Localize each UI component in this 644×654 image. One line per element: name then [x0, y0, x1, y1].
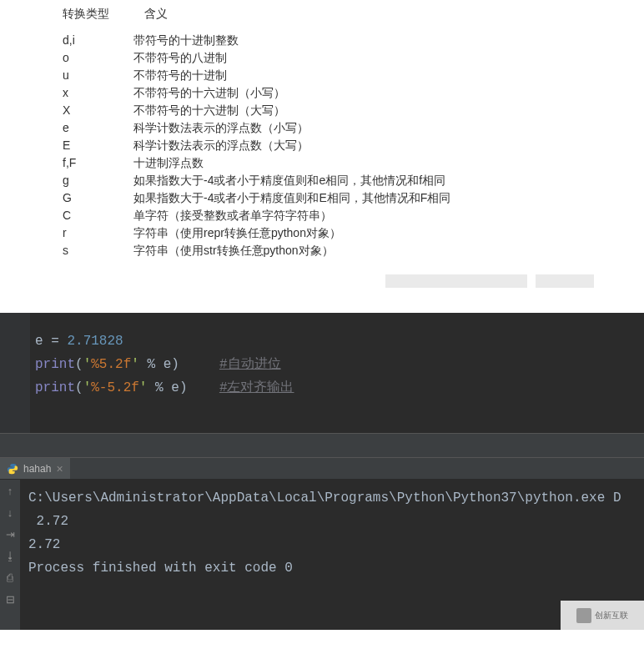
print-icon[interactable]: ⎙: [3, 571, 17, 585]
row-meaning: 不带符号的八进制: [133, 49, 227, 67]
doc-watermark: [0, 274, 644, 288]
table-row: G如果指数大于-4或者小于精度值则和E相同，其他情况和F相同: [63, 189, 644, 207]
table-row: E科学计数法表示的浮点数（大写）: [63, 137, 644, 154]
row-type: X: [63, 102, 133, 119]
run-tab[interactable]: hahah ×: [0, 458, 70, 479]
row-meaning: 科学计数法表示的浮点数（小写）: [133, 119, 309, 137]
scroll-end-icon[interactable]: ⭳: [3, 550, 17, 563]
output-panel: ↑ ↓ ⇥ ⭳ ⎙ ⊟ C:\Users\Administrator\AppDa…: [0, 480, 644, 630]
row-type: x: [63, 84, 133, 102]
output-line: Process finished with exit code 0: [28, 556, 636, 580]
row-meaning: 如果指数大于-4或者小于精度值则和E相同，其他情况和F相同: [133, 189, 450, 207]
row-meaning: 不带符号的十六进制（大写）: [133, 102, 285, 119]
tab-filename: hahah: [23, 463, 51, 475]
row-type: u: [63, 67, 133, 84]
table-row: X不带符号的十六进制（大写）: [63, 102, 644, 119]
header-meaning: 含义: [144, 7, 168, 22]
editor-gutter: [0, 313, 30, 433]
code-comment: #自动进位: [219, 357, 281, 372]
row-type: E: [63, 137, 133, 154]
code-line[interactable]: print('%5.2f' % e) #自动进位: [35, 353, 644, 376]
run-tab-bar: hahah ×: [0, 458, 644, 480]
table-row: s 字符串（使用str转换任意python对象）: [63, 242, 644, 259]
format-spec-table: 转换类型 含义 d,i带符号的十进制整数 o不带符号的八进制 u不带符号的十进制…: [0, 0, 644, 313]
output-line: C:\Users\Administrator\AppData\Local\Pro…: [28, 486, 636, 510]
table-row: C单字符（接受整数或者单字符字符串）: [63, 207, 644, 224]
table-row: f,F十进制浮点数: [63, 154, 644, 172]
header-type: 转换类型: [63, 7, 144, 22]
pane-separator[interactable]: [0, 433, 644, 458]
output-line: 2.72: [28, 533, 636, 556]
row-type: C: [63, 207, 133, 224]
brand-logo-icon: [576, 608, 591, 623]
brand-watermark: 创新互联: [561, 601, 644, 630]
table-row: g如果指数大于-4或者小于精度值则和e相同，其他情况和f相同: [63, 172, 644, 189]
close-icon[interactable]: ×: [56, 462, 63, 475]
wrap-icon[interactable]: ⇥: [3, 528, 17, 541]
table-row: o不带符号的八进制: [63, 49, 644, 67]
code-line[interactable]: print('%-5.2f' % e) #左对齐输出: [35, 376, 644, 400]
row-type: o: [63, 49, 133, 67]
up-arrow-icon[interactable]: ↑: [3, 485, 17, 498]
clear-icon[interactable]: ⊟: [3, 593, 17, 606]
code-line[interactable]: e = 2.71828: [35, 330, 644, 353]
row-meaning: 带符号的十进制整数: [133, 32, 239, 49]
row-type: d,i: [63, 32, 133, 49]
output-line: 2.72: [28, 510, 636, 533]
table-header: 转换类型 含义: [63, 7, 644, 22]
table-row: d,i带符号的十进制整数: [63, 32, 644, 49]
row-type: G: [63, 189, 133, 207]
row-type: r: [63, 224, 133, 242]
row-meaning: 单字符（接受整数或者单字符字符串）: [133, 207, 332, 224]
python-icon: [7, 463, 18, 475]
row-meaning: 字符串（使用repr转换任意python对象）: [133, 224, 341, 242]
code-editor[interactable]: e = 2.71828 print('%5.2f' % e) #自动进位 pri…: [0, 313, 644, 433]
code-comment: #左对齐输出: [219, 380, 294, 395]
brand-text: 创新互联: [595, 610, 628, 621]
tool-sidebar: ↑ ↓ ⇥ ⭳ ⎙ ⊟: [0, 480, 20, 630]
row-meaning: 不带符号的十六进制（小写）: [133, 84, 285, 102]
table-row: x 不带符号的十六进制（小写）: [63, 84, 644, 102]
row-meaning: 科学计数法表示的浮点数（大写）: [133, 137, 309, 154]
row-meaning: 字符串（使用str转换任意python对象）: [133, 242, 334, 259]
table-row: r 字符串（使用repr转换任意python对象）: [63, 224, 644, 242]
row-type: e: [63, 119, 133, 137]
row-meaning: 不带符号的十进制: [133, 67, 227, 84]
table-row: e科学计数法表示的浮点数（小写）: [63, 119, 644, 137]
row-type: f,F: [63, 154, 133, 172]
row-meaning: 如果指数大于-4或者小于精度值则和e相同，其他情况和f相同: [133, 172, 445, 189]
row-type: g: [63, 172, 133, 189]
row-type: s: [63, 242, 133, 259]
down-arrow-icon[interactable]: ↓: [3, 506, 17, 520]
console-output[interactable]: C:\Users\Administrator\AppData\Local\Pro…: [20, 480, 644, 630]
table-row: u不带符号的十进制: [63, 67, 644, 84]
row-meaning: 十进制浮点数: [133, 154, 204, 172]
